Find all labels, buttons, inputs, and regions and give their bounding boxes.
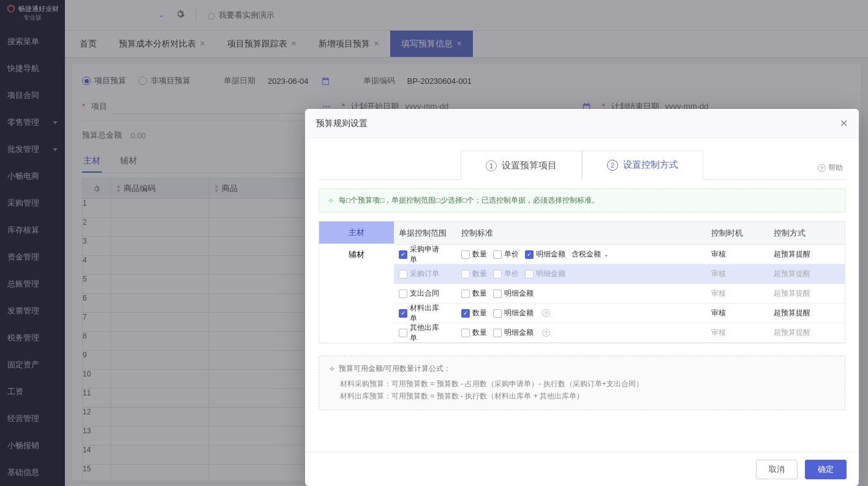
control-mode: 超预算提醒 [769, 245, 845, 264]
control-mode: 超预算提醒 [769, 323, 845, 342]
rule-row: 采购订单数量单价明细金额审核超预算提醒 [394, 264, 845, 284]
rule-area: 主材 辅材 单据控制范围 控制标准 控制时机 控制方式 采购申请单数量单价明细金… [319, 221, 845, 343]
checkbox-qty[interactable]: 数量 [461, 288, 487, 299]
rule-row: 支出合同数量明细金额审核超预算提醒 [394, 284, 845, 304]
rule-row: 采购申请单数量单价明细金额含税金额⌄审核超预算提醒 [394, 245, 845, 264]
control-time: 审核 [706, 264, 769, 283]
confirm-button[interactable]: 确定 [805, 460, 847, 479]
checkbox-scope[interactable]: 采购申请单 [399, 244, 445, 265]
checkbox-qty[interactable]: 数量 [461, 327, 487, 338]
checkbox-price[interactable]: 单价 [493, 249, 519, 260]
checkbox-scope[interactable]: 材料出库单 [399, 303, 445, 324]
checkbox-scope[interactable]: 采购订单 [399, 269, 439, 279]
modal-title: 预算规则设置 [316, 118, 368, 129]
checkbox-detail-amt[interactable]: 明细金额 [525, 269, 565, 279]
rule-col-mode: 控制方式 [769, 222, 845, 244]
control-mode: 超预算提醒 [769, 264, 845, 283]
control-time: 审核 [706, 304, 769, 323]
budget-rule-modal: 预算规则设置 ✕ 1设置预算项目 2设置控制方式 ?帮助 ✧ 每□个预算项□，单… [305, 109, 859, 486]
info-icon[interactable]: ? [542, 329, 550, 337]
checkbox-qty[interactable]: 数量 [461, 269, 487, 279]
formula-box: ✧预算可用金额/可用数量计算公式： 材料采购预算：可用预算数 = 预算数 - 占… [319, 356, 845, 410]
control-time: 审核 [706, 323, 769, 342]
rule-col-scope: 单据控制范围 [394, 222, 456, 244]
checkbox-detail-amt[interactable]: 明细金额 [493, 327, 534, 338]
checkbox-qty[interactable]: 数量 [461, 308, 487, 318]
step-tab-2[interactable]: 2设置控制方式 [582, 151, 703, 180]
hint-box: ✧ 每□个预算项□，单据控制范围□少选择□个；已选控制单据，必须选择控制标准。 [319, 189, 845, 212]
cancel-button[interactable]: 取消 [756, 460, 798, 479]
checkbox-detail-amt[interactable]: 明细金额 [493, 288, 534, 299]
checkbox-qty[interactable]: 数量 [461, 249, 487, 260]
checkbox-scope[interactable]: 其他出库单 [399, 323, 445, 343]
control-mode: 超预算提醒 [769, 284, 845, 303]
help-link[interactable]: ?帮助 [818, 163, 843, 173]
rule-col-time: 控制时机 [706, 222, 769, 244]
control-mode: 超预算提醒 [769, 304, 845, 323]
rule-row: 其他出库单数量明细金额?审核超预算提醒 [394, 323, 845, 343]
checkbox-price[interactable]: 单价 [493, 269, 519, 279]
control-time: 审核 [706, 245, 769, 264]
bulb-icon: ✧ [329, 365, 335, 373]
checkbox-detail-amt[interactable]: 明细金额 [525, 249, 565, 260]
rule-left-aux[interactable]: 辅材 [319, 244, 394, 266]
info-icon[interactable]: ? [542, 309, 550, 317]
checkbox-detail-amt[interactable]: 明细金额 [493, 308, 534, 318]
tax-amt-dropdown[interactable]: 含税金额⌄ [572, 249, 609, 260]
rule-row: 材料出库单数量明细金额?审核超预算提醒 [394, 304, 845, 323]
rule-left-main[interactable]: 主材 [319, 222, 394, 244]
rule-col-std: 控制标准 [456, 222, 706, 244]
checkbox-scope[interactable]: 支出合同 [399, 288, 439, 299]
bulb-icon: ✧ [328, 196, 334, 205]
step-tabs: 1设置预算项目 2设置控制方式 ?帮助 [319, 151, 845, 180]
step-tab-1[interactable]: 1设置预算项目 [461, 151, 582, 180]
close-icon[interactable]: ✕ [840, 118, 848, 129]
control-time: 审核 [706, 284, 769, 303]
